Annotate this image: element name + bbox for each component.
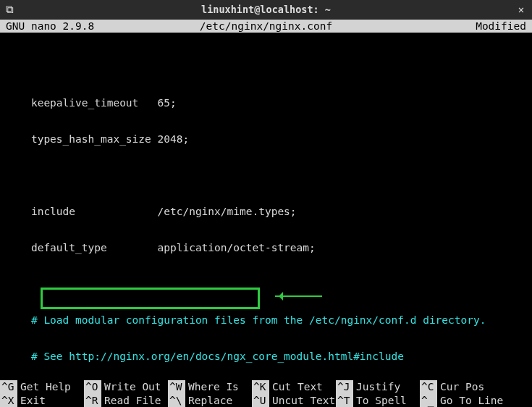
annotation-arrow-icon — [275, 295, 322, 297]
help-label: Replace — [185, 394, 232, 407]
help-item: ^KCut Text — [252, 380, 336, 394]
menu-icon[interactable]: ⧉ — [0, 3, 19, 16]
help-item: ^\Replace — [168, 394, 252, 407]
help-label: To Spell — [353, 394, 407, 407]
help-item: ^OWrite Out — [84, 380, 168, 394]
terminal-area[interactable]: GNU nano 2.9.8 /etc/nginx/nginx.conf Mod… — [0, 20, 532, 407]
code-line — [0, 169, 532, 182]
help-item: ^GGet Help — [0, 380, 84, 394]
help-item: ^WWhere Is — [168, 380, 252, 394]
nano-statusbar: GNU nano 2.9.8 /etc/nginx/nginx.conf Mod… — [0, 20, 532, 33]
help-label: Justify — [353, 380, 400, 394]
help-label: Cut Text — [269, 380, 323, 394]
help-key: ^C — [420, 380, 437, 394]
code-line: include /etc/nginx/mime.types; — [0, 205, 532, 218]
help-label: Uncut Text — [269, 394, 335, 407]
help-key: ^\ — [168, 394, 185, 407]
annotation-box — [41, 288, 260, 309]
code-line: keepalive_timeout 65; — [0, 96, 532, 109]
help-label: Get Help — [17, 380, 71, 394]
code-comment: # See http://nginx.org/en/docs/ngx_core_… — [0, 350, 532, 363]
window-titlebar: ⧉ linuxhint@localhost: ~ ✕ — [0, 0, 532, 20]
editor-content: keepalive_timeout 65; types_hash_max_siz… — [0, 33, 532, 407]
help-label: Where Is — [185, 380, 239, 394]
nano-helpbar: ^GGet Help ^OWrite Out ^WWhere Is ^KCut … — [0, 380, 532, 407]
help-item: ^TTo Spell — [336, 394, 420, 407]
help-item: ^JJustify — [336, 380, 420, 394]
help-item: ^XExit — [0, 394, 84, 407]
help-label: Write Out — [101, 380, 161, 394]
code-line: default_type application/octet-stream; — [0, 241, 532, 254]
nano-filename: /etc/nginx/nginx.conf — [0, 20, 532, 33]
help-key: ^X — [0, 394, 17, 407]
help-item: ^CCur Pos — [420, 380, 504, 394]
help-label: Go To Line — [437, 394, 503, 407]
help-key: ^R — [84, 394, 101, 407]
help-item: ^RRead File — [84, 394, 168, 407]
help-item: ^_Go To Line — [420, 394, 504, 407]
help-label: Read File — [101, 394, 161, 407]
help-key: ^U — [252, 394, 269, 407]
code-line: types_hash_max_size 2048; — [0, 133, 532, 146]
close-icon[interactable]: ✕ — [513, 1, 529, 17]
help-key: ^K — [252, 380, 269, 394]
help-key: ^W — [168, 380, 185, 394]
help-key: ^J — [336, 380, 353, 394]
help-label: Exit — [17, 394, 46, 407]
help-key: ^T — [336, 394, 353, 407]
code-comment: # Load modular configuration files from … — [0, 314, 532, 327]
help-key: ^_ — [420, 394, 437, 407]
help-key: ^O — [84, 380, 101, 394]
help-item: ^UUncut Text — [252, 394, 336, 407]
help-label: Cur Pos — [437, 380, 484, 394]
help-key: ^G — [0, 380, 17, 394]
window-title: linuxhint@localhost: ~ — [0, 4, 532, 15]
nano-modified: Modified — [476, 20, 526, 33]
code-line — [0, 60, 532, 73]
